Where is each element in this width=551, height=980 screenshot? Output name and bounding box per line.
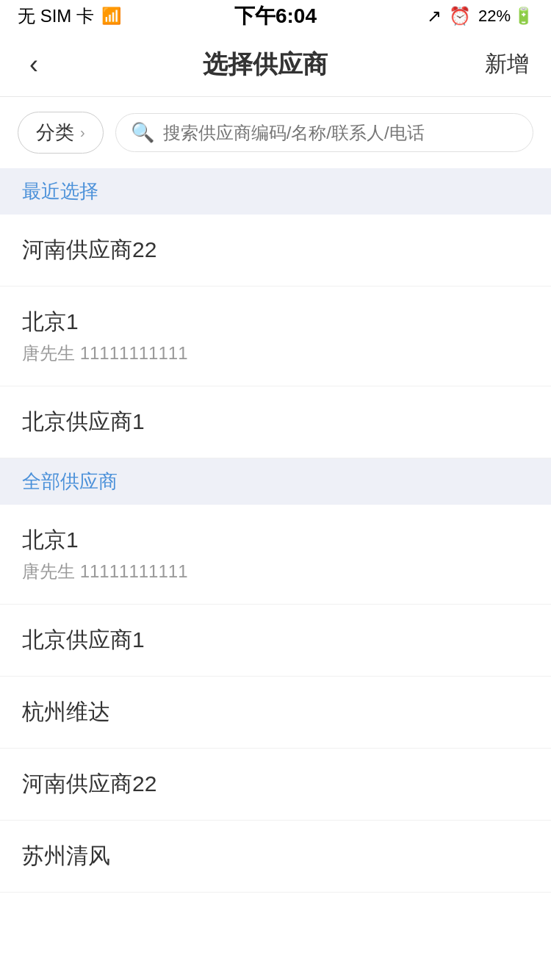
list-item[interactable]: 北京供应商1 — [0, 605, 551, 677]
item-name: 河南供应商22 — [22, 769, 529, 799]
battery-indicator: 22% 🔋 — [478, 7, 533, 26]
sim-label: 无 SIM 卡 — [18, 4, 94, 28]
item-name: 北京1 — [22, 525, 529, 555]
search-bar: 分类 › 🔍 — [0, 97, 551, 168]
alarm-icon: ⏰ — [449, 6, 471, 26]
list-item[interactable]: 苏州清风 — [0, 821, 551, 893]
chevron-right-icon: › — [80, 124, 85, 141]
status-right: ↗ ⏰ 22% 🔋 — [427, 6, 533, 26]
item-sub: 唐先生 11111111111 — [22, 560, 529, 583]
list-item[interactable]: 杭州维达 — [0, 677, 551, 749]
all-section-label: 全部供应商 — [22, 470, 118, 492]
recent-list: 河南供应商22北京1唐先生 11111111111北京供应商1 — [0, 215, 551, 458]
add-button[interactable]: 新增 — [485, 49, 529, 79]
item-name: 杭州维达 — [22, 697, 529, 727]
recent-section-header: 最近选择 — [0, 168, 551, 215]
status-bar: 无 SIM 卡 📶 下午6:04 ↗ ⏰ 22% 🔋 — [0, 0, 551, 32]
status-time: 下午6:04 — [234, 2, 317, 30]
page-title: 选择供应商 — [203, 48, 328, 82]
list-item[interactable]: 河南供应商22 — [0, 215, 551, 287]
search-input[interactable] — [163, 123, 518, 143]
list-item[interactable]: 北京1唐先生 11111111111 — [0, 287, 551, 386]
all-section-header: 全部供应商 — [0, 458, 551, 505]
item-name: 北京供应商1 — [22, 625, 529, 655]
nav-bar: ‹ 选择供应商 新增 — [0, 32, 551, 97]
item-name: 河南供应商22 — [22, 235, 529, 265]
item-name: 北京1 — [22, 307, 529, 337]
list-item[interactable]: 河南供应商22 — [0, 749, 551, 821]
search-icon: 🔍 — [131, 121, 154, 144]
search-input-wrap: 🔍 — [115, 113, 533, 152]
list-item[interactable]: 北京供应商1 — [0, 386, 551, 458]
wifi-icon: 📶 — [101, 7, 121, 26]
list-item[interactable]: 北京1唐先生 11111111111 — [0, 505, 551, 605]
battery-icon: 🔋 — [514, 7, 533, 26]
status-left: 无 SIM 卡 📶 — [18, 4, 121, 28]
recent-section-label: 最近选择 — [22, 180, 98, 202]
category-label: 分类 — [36, 120, 74, 145]
battery-percent: 22% — [478, 7, 511, 26]
item-name: 北京供应商1 — [22, 407, 529, 437]
item-name: 苏州清风 — [22, 841, 529, 871]
item-sub: 唐先生 11111111111 — [22, 342, 529, 365]
location-icon: ↗ — [427, 6, 442, 26]
all-list: 北京1唐先生 11111111111北京供应商1杭州维达河南供应商22苏州清风 — [0, 505, 551, 893]
back-button[interactable]: ‹ — [22, 42, 46, 87]
category-button[interactable]: 分类 › — [18, 112, 104, 154]
